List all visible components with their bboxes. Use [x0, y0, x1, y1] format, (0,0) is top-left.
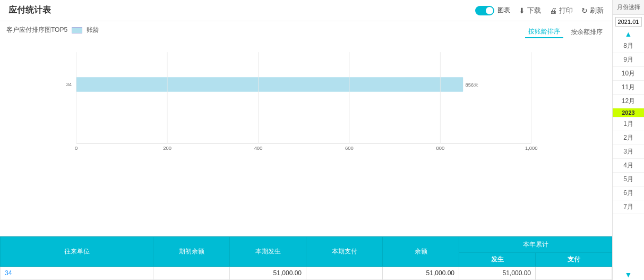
chart-svg: 34 856天 0 200 400 600 800 1,000	[6, 43, 606, 171]
month-item-oct[interactable]: 10月	[613, 67, 644, 81]
table-wrapper: 往来单位 期初余额 本期发生 本期支付 余额 本年累计 发生 支付	[0, 236, 612, 280]
month-item-mar[interactable]: 3月	[613, 145, 644, 159]
month-item-jun[interactable]: 6月	[613, 186, 644, 200]
sort-by-balance-button[interactable]: 按余额排序	[568, 26, 606, 38]
month-item-jul[interactable]: 7月	[613, 200, 644, 214]
refresh-button[interactable]: ↻ 刷新	[581, 6, 604, 15]
svg-text:600: 600	[345, 145, 354, 151]
month-item-jan[interactable]: 1月	[613, 117, 644, 131]
chart-toggle-label: 图表	[497, 6, 510, 15]
chart-sort-buttons: 按账龄排序 按余额排序	[525, 26, 606, 38]
app-container: 应付统计表 图表 ⬇ 下载 🖨 打印 ↻ 刷新	[0, 0, 644, 280]
table-header-row: 往来单位 期初余额 本期发生 本期支付 余额 本年累计	[1, 237, 612, 253]
year-marker-2023[interactable]: 2023	[613, 108, 644, 117]
download-button[interactable]: ⬇ 下载	[519, 6, 541, 15]
year-input[interactable]	[615, 17, 642, 27]
col-ytd-group-header: 本年累计	[459, 237, 612, 253]
month-item-apr[interactable]: 4月	[613, 159, 644, 173]
table-body: 34 51,000.00 51,000.00 51,000.00	[1, 267, 612, 280]
print-icon: 🖨	[549, 6, 557, 15]
page-title: 应付统计表	[8, 5, 51, 16]
table-row: 34 51,000.00 51,000.00 51,000.00	[1, 267, 612, 280]
opening-balance-cell	[153, 267, 230, 280]
refresh-icon: ↻	[581, 6, 588, 15]
svg-rect-1	[76, 77, 463, 91]
svg-text:800: 800	[436, 145, 445, 151]
month-item-aug[interactable]: 8月	[613, 39, 644, 53]
download-label: 下载	[527, 6, 541, 15]
svg-text:856天: 856天	[466, 82, 479, 88]
chart-section: 客户应付排序图TOP5 账龄 按账龄排序 按余额排序 34 856天	[0, 21, 612, 236]
month-item-nov[interactable]: 11月	[613, 81, 644, 95]
svg-text:34: 34	[66, 81, 72, 87]
svg-text:400: 400	[254, 145, 263, 151]
header-actions: 图表 ⬇ 下载 🖨 打印 ↻ 刷新	[475, 6, 604, 15]
col-unit-header: 往来单位	[1, 237, 153, 267]
svg-text:0: 0	[75, 145, 78, 151]
month-item-feb[interactable]: 2月	[613, 131, 644, 145]
balance-cell: 51,000.00	[383, 267, 459, 280]
current-occur-cell: 51,000.00	[230, 267, 306, 280]
month-item-dec[interactable]: 12月	[613, 95, 644, 108]
current-pay-cell	[306, 267, 383, 280]
sidebar-up-button[interactable]: ▲	[613, 29, 644, 39]
print-button[interactable]: 🖨 打印	[549, 6, 573, 15]
print-label: 打印	[559, 6, 573, 15]
download-icon: ⬇	[519, 6, 525, 15]
col-balance-header: 余额	[383, 237, 459, 267]
refresh-label: 刷新	[590, 6, 604, 15]
month-item-may[interactable]: 5月	[613, 173, 644, 186]
svg-text:1,000: 1,000	[525, 145, 538, 151]
header: 应付统计表 图表 ⬇ 下载 🖨 打印 ↻ 刷新	[0, 0, 612, 21]
chart-toggle[interactable]	[475, 6, 494, 15]
chart-area: 34 856天 0 200 400 600 800 1,000	[6, 39, 606, 232]
chart-legend-title: 客户应付排序图TOP5	[6, 26, 67, 35]
sidebar-months-list: 8月 9月 10月 11月 12月 2023 1月 2月 3月 4月 5月 6月…	[613, 39, 644, 269]
col-ytd-pay-header: 支付	[536, 253, 612, 267]
legend-box-label: 账龄	[87, 26, 99, 35]
col-opening-header: 期初余额	[153, 237, 230, 267]
col-current-pay-header: 本期支付	[306, 237, 383, 267]
sidebar-down-button[interactable]: ▼	[613, 269, 644, 280]
chart-toggle-wrap[interactable]: 图表	[475, 6, 510, 15]
col-current-occur-header: 本期发生	[230, 237, 306, 267]
col-ytd-occur-header: 发生	[459, 253, 536, 267]
sidebar-header: 月份选择	[613, 0, 644, 15]
main-content: 应付统计表 图表 ⬇ 下载 🖨 打印 ↻ 刷新	[0, 0, 612, 280]
month-item-sep[interactable]: 9月	[613, 53, 644, 67]
sort-by-age-button[interactable]: 按账龄排序	[525, 26, 563, 38]
data-table: 往来单位 期初余额 本期发生 本期支付 余额 本年累计 发生 支付	[0, 236, 612, 280]
chart-legend-row: 客户应付排序图TOP5 账龄 按账龄排序 按余额排序	[6, 26, 606, 39]
table-section: 往来单位 期初余额 本期发生 本期支付 余额 本年累计 发生 支付	[0, 236, 612, 280]
legend-box	[72, 27, 82, 33]
svg-text:200: 200	[163, 145, 171, 151]
chart-legend: 客户应付排序图TOP5 账龄	[6, 26, 99, 35]
sidebar: 月份选择 ▲ 8月 9月 10月 11月 12月 2023 1月 2月 3月 4…	[612, 0, 644, 280]
ytd-pay-cell	[536, 267, 612, 280]
unit-cell[interactable]: 34	[1, 267, 153, 280]
toggle-knob	[486, 7, 493, 14]
ytd-occur-cell: 51,000.00	[459, 267, 536, 280]
